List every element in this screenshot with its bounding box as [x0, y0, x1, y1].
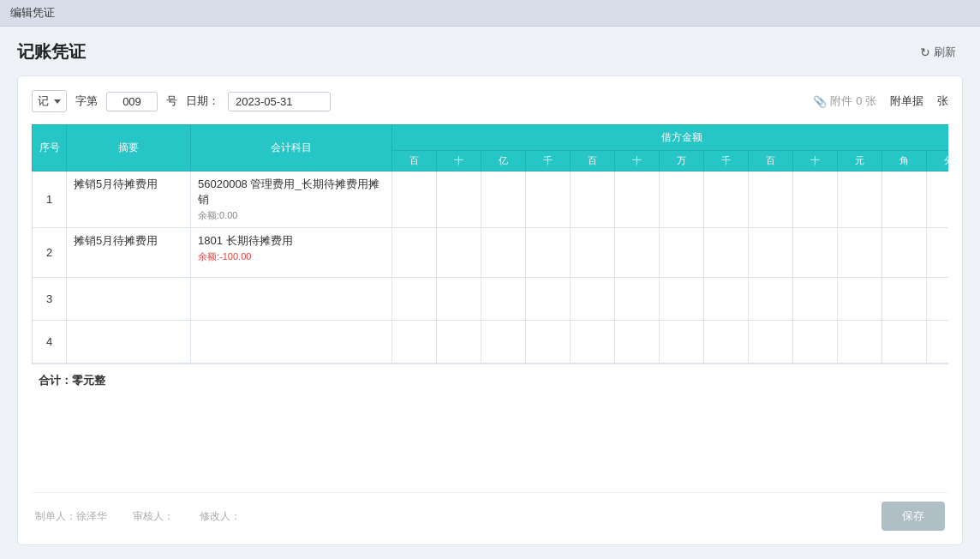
th-d-11: 元 — [838, 151, 882, 171]
refresh-label: 刷新 — [934, 45, 956, 60]
row3-d5[interactable] — [571, 278, 615, 321]
row4-d5[interactable] — [571, 321, 615, 364]
row4-summary[interactable] — [67, 321, 191, 364]
row1-d5[interactable] — [571, 171, 615, 228]
row4-d2[interactable] — [437, 321, 481, 364]
modifier-label: 修改人： — [200, 509, 241, 524]
row4-d9[interactable] — [749, 321, 793, 364]
row4-d3[interactable] — [481, 321, 526, 364]
row1-d8[interactable] — [704, 171, 749, 228]
paperclip-icon: 📎 — [813, 95, 827, 108]
page-header: 记账凭证 ↻ 刷新 — [17, 40, 963, 63]
row1-account[interactable]: 56020008 管理费用_长期待摊费用摊销 余额:0.00 — [191, 171, 392, 228]
row1-d1[interactable] — [392, 171, 437, 228]
date-input[interactable] — [228, 92, 331, 111]
chevron-down-icon — [54, 99, 61, 104]
row4-d10[interactable] — [793, 321, 838, 364]
row4-account[interactable] — [191, 321, 392, 364]
th-d-9: 百 — [749, 151, 793, 171]
row2-account-text: 1801 长期待摊费用 — [198, 233, 385, 249]
th-d-1: 百 — [392, 151, 437, 171]
window-title: 编辑凭证 — [10, 6, 55, 19]
row2-d4[interactable] — [526, 228, 571, 278]
refresh-button[interactable]: ↻ 刷新 — [913, 41, 963, 63]
row2-d3[interactable] — [481, 228, 526, 278]
row2-d11[interactable] — [838, 228, 882, 278]
footer-bar: 制单人：徐泽华 审核人： 修改人： 保存 — [32, 492, 948, 531]
row3-d9[interactable] — [749, 278, 793, 321]
row2-d2[interactable] — [437, 228, 481, 278]
row2-summary[interactable]: 摊销5月待摊费用 — [67, 228, 191, 278]
row3-d4[interactable] — [526, 278, 571, 321]
row3-d8[interactable] — [704, 278, 749, 321]
attachment-link[interactable]: 📎 附件 0 张 — [813, 93, 876, 109]
row2-seq: 2 — [33, 228, 67, 278]
row3-summary[interactable] — [67, 278, 191, 321]
window: 编辑凭证 记账凭证 ↻ 刷新 记 字第 号 日期： — [0, 0, 980, 559]
row2-d10[interactable] — [793, 228, 838, 278]
row4-d11[interactable] — [838, 321, 882, 364]
th-d-6: 十 — [615, 151, 660, 171]
table-row: 2 摊销5月待摊费用 1801 长期待摊费用 余额:-100.00 — [33, 228, 949, 278]
th-d-12: 角 — [882, 151, 927, 171]
row2-d1[interactable] — [392, 228, 437, 278]
type-select[interactable]: 记 — [32, 90, 67, 112]
row1-summary[interactable]: 摊销5月待摊费用 — [67, 171, 191, 228]
row1-d3[interactable] — [481, 171, 526, 228]
row1-d6[interactable] — [615, 171, 660, 228]
row4-d4[interactable] — [526, 321, 571, 364]
table-row: 4 — [33, 321, 949, 364]
row4-d1[interactable] — [392, 321, 437, 364]
footer-meta: 制单人：徐泽华 审核人： 修改人： — [35, 509, 241, 524]
voucher-data-table: 序号 摘要 会计科目 借方金额 贷方金额 百 十 亿 千 百 十 — [32, 124, 948, 364]
voucher-number-input[interactable] — [106, 92, 158, 111]
row1-summary-text: 摊销5月待摊费用 — [74, 177, 183, 192]
row1-d2[interactable] — [437, 171, 481, 228]
row1-d12[interactable] — [882, 171, 927, 228]
table-row: 3 — [33, 278, 949, 321]
th-d-4: 千 — [526, 151, 571, 171]
row3-d13[interactable] — [927, 278, 949, 321]
row2-d12[interactable] — [882, 228, 927, 278]
save-button[interactable]: 保存 — [881, 502, 945, 531]
voucher-card: 记 字第 号 日期： 📎 附件 0 张 附单据 张 — [17, 75, 963, 545]
row4-d13[interactable] — [927, 321, 949, 364]
row2-d7[interactable] — [660, 228, 704, 278]
meta-right: 📎 附件 0 张 附单据 张 — [813, 93, 948, 109]
row1-d7[interactable] — [660, 171, 704, 228]
row2-account[interactable]: 1801 长期待摊费用 余额:-100.00 — [191, 228, 392, 278]
row1-d13[interactable] — [927, 171, 949, 228]
row3-d7[interactable] — [660, 278, 704, 321]
row2-d13[interactable] — [927, 228, 949, 278]
row3-seq: 3 — [33, 278, 67, 321]
attachment-label: 附件 — [830, 93, 852, 109]
row3-d11[interactable] — [838, 278, 882, 321]
row3-d3[interactable] — [481, 278, 526, 321]
row1-d11[interactable] — [838, 171, 882, 228]
row2-d8[interactable] — [704, 228, 749, 278]
row3-d6[interactable] — [615, 278, 660, 321]
row4-d12[interactable] — [882, 321, 927, 364]
row3-d10[interactable] — [793, 278, 838, 321]
row4-seq: 4 — [33, 321, 67, 364]
row3-account[interactable] — [191, 278, 392, 321]
row1-d10[interactable] — [793, 171, 838, 228]
main-content: 记账凭证 ↻ 刷新 记 字第 号 日期： 📎 — [0, 27, 980, 559]
row1-d9[interactable] — [749, 171, 793, 228]
row1-d4[interactable] — [526, 171, 571, 228]
row3-d1[interactable] — [392, 278, 437, 321]
row2-summary-text: 摊销5月待摊费用 — [74, 233, 183, 249]
row3-d12[interactable] — [882, 278, 927, 321]
row4-d6[interactable] — [615, 321, 660, 364]
row1-seq: 1 — [33, 171, 67, 228]
row2-d9[interactable] — [749, 228, 793, 278]
row1-balance: 余额:0.00 — [198, 209, 385, 222]
fujian-button[interactable]: 附单据 — [890, 93, 923, 109]
hao-label: 号 — [166, 93, 177, 109]
th-d-5: 百 — [571, 151, 615, 171]
row4-d8[interactable] — [704, 321, 749, 364]
row2-d5[interactable] — [571, 228, 615, 278]
row4-d7[interactable] — [660, 321, 704, 364]
row2-d6[interactable] — [615, 228, 660, 278]
row3-d2[interactable] — [437, 278, 481, 321]
